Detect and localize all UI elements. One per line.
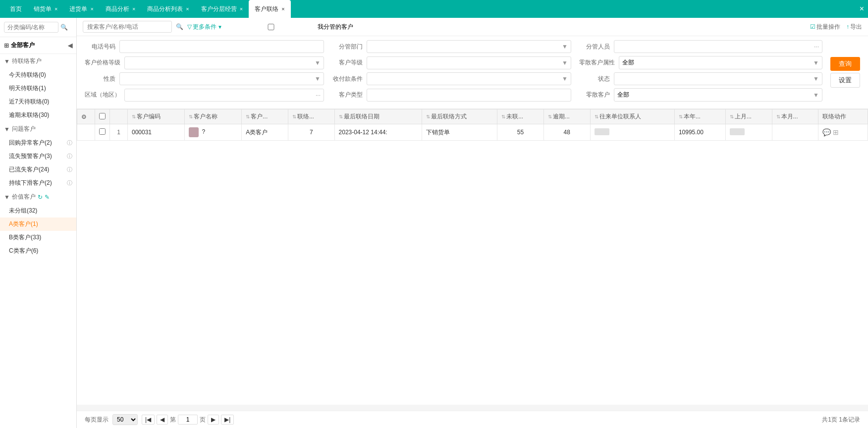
grid-icon: ⊞ (4, 42, 9, 49)
refresh-icon[interactable]: ↻ (38, 194, 43, 201)
sidebar-collapse-icon[interactable]: ◀ (68, 42, 72, 49)
nav-analysis-list[interactable]: 商品分析列表 × (141, 0, 195, 18)
sidebar-item-churn-warning[interactable]: 流失预警客户(3) ⓘ (0, 150, 76, 163)
cell-not-contact: 55 (497, 124, 544, 141)
sort-icon-contact[interactable]: ⇅ (292, 114, 296, 119)
cell-last-method: 下销货单 (422, 124, 497, 141)
payment-select[interactable]: ▼ (367, 72, 571, 85)
nav-home[interactable]: 首页 (4, 0, 28, 18)
sort-icon-last-month[interactable]: ⇅ (730, 114, 734, 119)
customer-grade-select[interactable]: ▼ (367, 56, 571, 69)
dept-select[interactable]: ▼ (367, 40, 571, 53)
close-analysis-icon[interactable]: × (132, 6, 135, 12)
filter-search-icon[interactable]: 🔍 (176, 23, 183, 30)
region-input[interactable]: ··· (124, 89, 324, 102)
sort-icon-name[interactable]: ⇅ (189, 114, 193, 119)
horizontal-scrollbar[interactable] (77, 405, 868, 411)
adv-filter-row-4: 区域（地区） ··· 客户类型 零散客户 全部 (85, 88, 826, 102)
settings-gear-icon[interactable]: ⚙ (81, 113, 87, 120)
chat-action-icon[interactable]: 💬 (822, 128, 831, 136)
sidebar-item-repurchase-abnormal[interactable]: 回购异常客户(2) ⓘ (0, 136, 76, 150)
next-page-button[interactable]: ▶ (208, 415, 219, 425)
phone-input[interactable] (119, 40, 324, 53)
grid-action-icon[interactable]: ⊞ (833, 128, 839, 136)
sidebar-item-today[interactable]: 今天待联络(0) (0, 68, 76, 82)
first-page-button[interactable]: |◀ (142, 415, 155, 425)
nature-label: 性质 (85, 75, 119, 83)
setting-button[interactable]: 设置 (830, 73, 860, 88)
code-header-label: 客户编码 (137, 112, 161, 121)
filter-search-input[interactable] (83, 21, 172, 33)
edit-icon[interactable]: ✎ (45, 194, 50, 201)
nav-analysis[interactable]: 商品分析 × (100, 0, 141, 18)
contact-header-label: 联络... (297, 112, 314, 121)
adv-customer-type-field: 客户类型 (332, 89, 579, 102)
nav-customer-mgmt[interactable]: 客户分层经营 × (195, 0, 249, 18)
sidebar-group-value-label: 价值客户 (12, 193, 36, 201)
sidebar-item-class-b[interactable]: B类客户(33) (0, 231, 76, 244)
retail-customer-select[interactable]: 全部 ▼ (614, 88, 822, 102)
sort-icon-code[interactable]: ⇅ (132, 114, 136, 119)
sidebar-item-class-c[interactable]: C类客户(6) (0, 244, 76, 258)
last-method-value[interactable]: 下销货单 (426, 129, 450, 136)
sidebar-item-declining[interactable]: 持续下滑客户(2) ⓘ (0, 176, 76, 190)
customer-type-label: 客户类型 (332, 91, 367, 99)
sidebar-item-class-a[interactable]: A类客户(1) (0, 217, 76, 231)
batch-operation-button[interactable]: ☑ 批量操作 (810, 23, 840, 31)
sort-icon-not-contact[interactable]: ⇅ (501, 114, 505, 119)
close-customer-contact-icon[interactable]: × (281, 6, 284, 12)
select-all-checkbox[interactable] (99, 113, 106, 119)
sidebar-item-tomorrow[interactable]: 明天待联络(1) (0, 82, 76, 95)
sidebar-group-pending[interactable]: ▼ 待联络客户 (0, 54, 76, 68)
sidebar-search-input[interactable] (4, 22, 58, 33)
table-header-row: ⚙ ⇅ 客户编码 (77, 109, 868, 124)
main-layout: 🔍 ⊞ 全部客户 ◀ ▼ 待联络客户 今天待联络(0) 明天待联络(1) 近7天… (0, 18, 868, 428)
close-customer-mgmt-icon[interactable]: × (240, 6, 243, 12)
my-customers-checkbox[interactable]: 我分管的客户 (226, 23, 353, 31)
page-input[interactable] (178, 415, 198, 425)
nav-purchase-label: 进货单 (69, 5, 87, 13)
sort-icon-this-month[interactable]: ⇅ (776, 114, 780, 119)
nav-sales[interactable]: 销货单 × (28, 0, 63, 18)
sidebar-item-unclassified[interactable]: 未分组(32) (0, 204, 76, 217)
per-page-select[interactable]: 50 100 200 (112, 414, 138, 425)
sort-icon-level[interactable]: ⇅ (246, 114, 250, 119)
sort-icon-this-year[interactable]: ⇅ (679, 114, 683, 119)
row-checkbox[interactable] (99, 128, 106, 135)
sidebar-search-icon[interactable]: 🔍 (60, 24, 68, 31)
price-grade-select[interactable]: ▼ (124, 56, 324, 69)
more-filters-button[interactable]: ▽ 更多条件 ▼ (187, 23, 222, 31)
sidebar-group-value[interactable]: ▼ 价值客户 ↻ ✎ (0, 190, 76, 204)
nav-purchase[interactable]: 进货单 × (63, 0, 99, 18)
query-button[interactable]: 查询 (830, 57, 860, 71)
sort-icon-last-method[interactable]: ⇅ (426, 114, 430, 119)
sidebar-item-7days[interactable]: 近7天待联络(0) (0, 95, 76, 108)
cell-last-date: 2023-04-12 14:44: (334, 124, 422, 141)
last-page-button[interactable]: ▶| (221, 415, 234, 425)
close-sales-icon[interactable]: × (54, 6, 57, 12)
prev-page-button[interactable]: ◀ (157, 415, 168, 425)
retail-attr-select[interactable]: 全部 ▼ (619, 56, 822, 69)
sidebar-item-churned[interactable]: 已流失客户(24) ⓘ (0, 163, 76, 176)
sort-icon-overdue[interactable]: ⇅ (548, 114, 552, 119)
cell-settings (77, 124, 95, 141)
nav-customer-contact[interactable]: 客户联络 × (249, 0, 290, 18)
sidebar-group-problem[interactable]: ▼ 问题客户 (0, 122, 76, 136)
sidebar-item-overdue[interactable]: 逾期未联络(30) (0, 108, 76, 122)
customer-type-input[interactable] (367, 89, 571, 102)
sidebar-all-customers[interactable]: ⊞ 全部客户 ◀ (0, 37, 76, 54)
cell-name[interactable]: ? (185, 124, 242, 141)
nature-select[interactable]: ▼ (119, 72, 324, 85)
my-customers-check[interactable] (226, 24, 316, 30)
last-month-placeholder (730, 128, 745, 135)
status-select[interactable]: ▼ (614, 72, 822, 85)
close-analysis-list-icon[interactable]: × (186, 6, 189, 12)
info-icon-3: ⓘ (67, 166, 72, 173)
export-button[interactable]: ↑ 导出 (846, 23, 862, 31)
close-purchase-icon[interactable]: × (90, 6, 93, 12)
filter-right: ☑ 批量操作 ↑ 导出 (810, 23, 862, 31)
close-all-button[interactable]: × (860, 4, 864, 13)
sort-icon-last-date[interactable]: ⇅ (339, 114, 343, 119)
sort-icon-contact-person[interactable]: ⇅ (595, 114, 598, 119)
manager-input[interactable]: ··· (614, 40, 822, 53)
